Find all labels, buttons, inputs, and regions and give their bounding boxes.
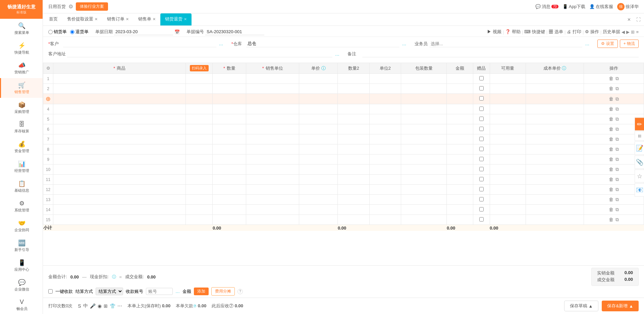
gift-cell-6[interactable] [473, 124, 490, 134]
avail-cell-11[interactable] [490, 175, 526, 185]
unit2-cell-7[interactable] [369, 134, 401, 144]
unit2-cell-2[interactable] [369, 84, 401, 94]
product-cell-11[interactable] [53, 175, 186, 185]
price-cell-12[interactable] [299, 185, 338, 195]
cost-cell-5[interactable] [526, 114, 584, 124]
qty-cell-11[interactable] [213, 175, 246, 185]
sidebar-item-search[interactable]: 🔍 搜索菜单 [0, 19, 43, 39]
gift-checkbox-4[interactable] [479, 107, 484, 111]
cost-cell-6[interactable] [526, 124, 584, 134]
save-draft-button[interactable]: 保存草稿 ▲ [564, 301, 599, 311]
qty-cell-10[interactable] [213, 165, 246, 175]
account-input[interactable] [146, 288, 173, 295]
delete-icon-10[interactable]: 🗑 [609, 167, 613, 172]
copy-icon-8[interactable]: ⧉ [615, 146, 619, 152]
copy-icon-5[interactable]: ⧉ [615, 116, 619, 122]
pkg-cell-13[interactable] [401, 195, 447, 205]
avail-cell-2[interactable] [490, 84, 526, 94]
sidebar-item-member[interactable]: V 畅会员 [0, 295, 43, 314]
radio-sales[interactable]: 销货单 [48, 29, 67, 35]
sidebar-item-sales[interactable]: 🛒 销售管理 [0, 78, 43, 98]
gift-cell-12[interactable] [473, 185, 490, 195]
fee-help-icon[interactable]: ? [237, 289, 243, 294]
unit2-cell-9[interactable] [369, 154, 401, 165]
gift-cell-14[interactable] [473, 205, 490, 215]
tab-price-close[interactable]: ✕ [95, 17, 98, 21]
delete-icon-15[interactable]: 🗑 [609, 217, 613, 223]
delete-icon-7[interactable]: 🗑 [609, 136, 613, 142]
cost-cell-8[interactable] [526, 144, 584, 154]
delete-icon-6[interactable]: 🗑 [609, 126, 613, 132]
gift-cell-8[interactable] [473, 144, 490, 154]
footer-icon-3[interactable]: 🎤 [90, 303, 96, 309]
unit-cell-2[interactable] [246, 84, 299, 94]
address-input[interactable] [67, 51, 332, 57]
gift-checkbox-8[interactable] [479, 147, 484, 151]
gift-cell-9[interactable] [473, 154, 490, 165]
delete-icon-14[interactable]: 🗑 [609, 207, 613, 212]
gift-checkbox-14[interactable] [479, 207, 484, 211]
cost-cell-9[interactable] [526, 154, 584, 165]
logistics-button[interactable]: + 物流 [620, 40, 639, 48]
customer-input[interactable] [63, 41, 216, 47]
account-dots[interactable]: … [175, 289, 180, 294]
qty-cell-13[interactable] [213, 195, 246, 205]
sidebar-item-enterprise[interactable]: 🤝 企业协同 [0, 216, 43, 236]
save-new-button[interactable]: 保存&新增 ▲ [602, 301, 639, 311]
radio-return[interactable]: 退货单 [70, 29, 89, 35]
cost-cell-4[interactable] [526, 104, 584, 114]
unit2-cell-1[interactable] [369, 74, 401, 84]
gift-cell-7[interactable] [473, 134, 490, 144]
price-cell-3[interactable] [299, 94, 338, 104]
gift-checkbox-15[interactable] [479, 217, 484, 222]
one-click-payment-checkbox[interactable] [48, 289, 53, 294]
amount-cell-7[interactable] [447, 134, 473, 144]
amount-cell-6[interactable] [447, 124, 473, 134]
sidebar-item-app-center[interactable]: 📱 应用中心 [0, 256, 43, 275]
sidebar-item-inventory[interactable]: 🗄 库存核算 [0, 118, 43, 137]
qty-cell-14[interactable] [213, 205, 246, 215]
unit-cell-4[interactable] [246, 104, 299, 114]
toolbar-help[interactable]: ❓ 帮助 [505, 29, 521, 35]
unit-cell-13[interactable] [246, 195, 299, 205]
tab-sales-close[interactable]: ✕ [153, 17, 156, 21]
copy-icon-6[interactable]: ⧉ [615, 126, 619, 132]
sidebar-item-system[interactable]: ⚙ 系统管理 [0, 196, 43, 216]
qty-cell-7[interactable] [213, 134, 246, 144]
amount-cell-3[interactable] [447, 94, 473, 104]
gift-checkbox-13[interactable] [479, 197, 484, 201]
price-cell-13[interactable] [299, 195, 338, 205]
price-cell-14[interactable] [299, 205, 338, 215]
qty2-cell-11[interactable] [338, 175, 369, 185]
gift-checkbox-12[interactable] [479, 187, 484, 191]
tab-close-all-icon[interactable]: ✕ [625, 17, 633, 22]
warehouse-input[interactable] [246, 41, 399, 47]
amount-cell-1[interactable] [447, 74, 473, 84]
debt-info[interactable]: ⑦ [193, 304, 197, 308]
doc-num-input[interactable] [205, 28, 264, 35]
salesperson-dots[interactable]: … [585, 41, 589, 46]
toolbar-print[interactable]: 🖨 打印 [567, 29, 581, 35]
cost-cell-14[interactable] [526, 205, 584, 215]
pkg-cell-11[interactable] [401, 175, 447, 185]
app-download-button[interactable]: 📱 App下载 [562, 4, 585, 10]
cost-cell-13[interactable] [526, 195, 584, 205]
message-button[interactable]: 💬 消息 70 [535, 4, 558, 10]
copy-icon-2[interactable]: ⧉ [615, 86, 619, 91]
unit-cell-14[interactable] [246, 205, 299, 215]
toolbar-video[interactable]: ▶ 视频 [487, 29, 501, 35]
amount-cell-12[interactable] [447, 185, 473, 195]
qty-cell-8[interactable] [213, 144, 246, 154]
unit2-cell-11[interactable] [369, 175, 401, 185]
gift-cell-15[interactable] [473, 215, 490, 225]
delete-icon-5[interactable]: 🗑 [609, 116, 613, 122]
gift-cell-4[interactable] [473, 104, 490, 114]
qty2-cell-1[interactable] [338, 74, 369, 84]
delete-icon-12[interactable]: 🗑 [609, 187, 613, 192]
copy-icon-1[interactable]: ⧉ [615, 76, 619, 81]
salesperson-input[interactable] [429, 41, 583, 47]
gift-checkbox-5[interactable] [479, 117, 484, 121]
sidebar-item-operations[interactable]: 📊 经营管理 [0, 157, 43, 177]
price-cell-15[interactable] [299, 215, 338, 225]
cost-cell-10[interactable] [526, 165, 584, 175]
